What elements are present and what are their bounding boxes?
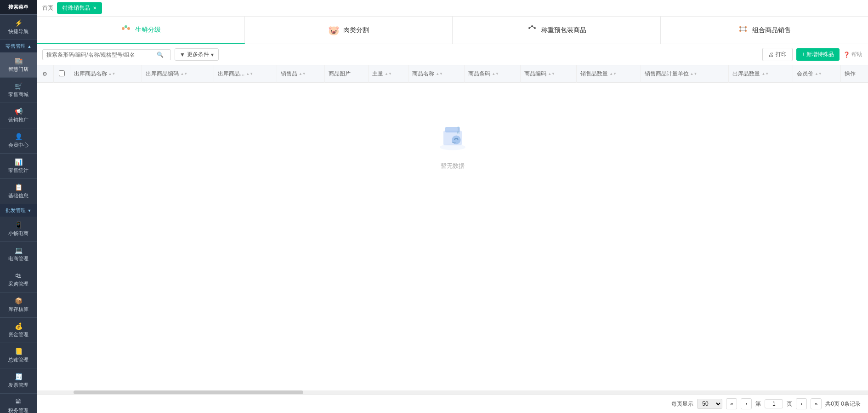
weight-prepack-label: 称重预包装商品 bbox=[541, 26, 586, 34]
table-container: ⚙ 出库商品名称 ▲▼ 出库商品编码 ▲▼ bbox=[37, 65, 868, 390]
combo-sales-icon bbox=[738, 23, 749, 37]
retail-stats-icon: 📊 bbox=[15, 158, 23, 166]
print-button[interactable]: 🖨 打印 bbox=[762, 48, 793, 61]
per-page-label: 每页显示 bbox=[671, 400, 693, 408]
th-product-code: 商品编码 ▲▼ bbox=[521, 65, 577, 83]
sidebar-item-marketing[interactable]: 📢 营销推广 bbox=[0, 103, 37, 128]
first-page-button[interactable]: « bbox=[726, 398, 737, 409]
sort-arrows-sale-qty[interactable]: ▲▼ bbox=[609, 72, 617, 76]
data-table: ⚙ 出库商品名称 ▲▼ 出库商品编码 ▲▼ bbox=[37, 65, 868, 207]
prev-page-button[interactable]: ‹ bbox=[741, 398, 752, 409]
inventory-icon: 📦 bbox=[15, 297, 23, 304]
add-button[interactable]: + 新增特殊品 bbox=[796, 48, 840, 61]
sidebar-item-smart-store[interactable]: 🏬 智慧门店 bbox=[0, 52, 37, 78]
retail-mgmt-arrow: ▲ bbox=[28, 44, 32, 49]
retail-mall-icon: 🛒 bbox=[15, 82, 23, 90]
sort-arrows-product-code[interactable]: ▲▼ bbox=[548, 72, 555, 76]
sort-arrows-main[interactable]: ▲▼ bbox=[385, 72, 392, 76]
search-icon[interactable]: 🔍 bbox=[157, 52, 164, 58]
search-input[interactable] bbox=[46, 52, 157, 58]
filter-button[interactable]: ▼ 更多条件 ▾ bbox=[175, 48, 219, 61]
sidebar-item-invoice[interactable]: 🧾 发票管理 bbox=[0, 368, 37, 394]
th-out-code: 出库商品编码 ▲▼ bbox=[142, 65, 214, 83]
tax-icon: 🏛 bbox=[15, 398, 22, 406]
select-all-checkbox[interactable] bbox=[59, 70, 65, 76]
sort-arrows-sale-item[interactable]: ▲▼ bbox=[299, 72, 306, 76]
print-icon: 🖨 bbox=[768, 52, 774, 58]
sidebar-item-retail-mall[interactable]: 🛒 零售商城 bbox=[0, 78, 37, 103]
toolbar-left: 🔍 ▼ 更多条件 ▾ bbox=[42, 48, 219, 61]
sort-arrows-product-name[interactable]: ▲▼ bbox=[436, 72, 443, 76]
toolbar-right: 🖨 打印 + 新增特殊品 ❓ 帮助 bbox=[762, 48, 862, 61]
sidebar-section-retail[interactable]: 零售管理 ▲ bbox=[0, 40, 37, 52]
svg-point-23 bbox=[457, 126, 459, 128]
weight-prepack-icon bbox=[527, 23, 538, 37]
sidebar-item-quick-nav[interactable]: ⚡ 快捷导航 bbox=[0, 15, 37, 40]
empty-state: 暂无数据 bbox=[37, 83, 868, 207]
sidebar-item-retail-stats[interactable]: 📊 零售统计 bbox=[0, 154, 37, 179]
scroll-thumb[interactable] bbox=[74, 390, 303, 394]
per-page-select[interactable]: 50 10 20 100 bbox=[697, 399, 722, 409]
th-out-name: 出库商品名称 ▲▼ bbox=[70, 65, 142, 83]
sort-arrows-out-qty[interactable]: ▲▼ bbox=[761, 72, 769, 76]
gear-icon: ⚙ bbox=[42, 71, 47, 77]
sort-arrows-sale-unit[interactable]: ▲▼ bbox=[690, 72, 698, 76]
sidebar-item-label: 零售商城 bbox=[8, 91, 28, 98]
last-page-button[interactable]: » bbox=[811, 398, 822, 409]
sidebar-item-label: 库存核算 bbox=[8, 306, 28, 313]
sidebar-item-purchase[interactable]: 🛍 采购管理 bbox=[0, 267, 37, 293]
ecommerce-icon: 💻 bbox=[15, 247, 23, 254]
sidebar-item-inventory[interactable]: 📦 库存核算 bbox=[0, 293, 37, 318]
topbar-home[interactable]: 首页 bbox=[42, 4, 53, 12]
wholesale-arrow: ▼ bbox=[28, 208, 32, 213]
sidebar-item-members[interactable]: 👤 会员中心 bbox=[0, 128, 37, 154]
topbar-active-tab[interactable]: 特殊销售品 ✕ bbox=[57, 2, 102, 14]
scroll-track[interactable] bbox=[37, 390, 868, 394]
sort-arrows-out-name[interactable]: ▲▼ bbox=[108, 72, 116, 76]
svg-point-7 bbox=[534, 27, 536, 29]
category-tab-combo-sales[interactable]: 组合商品销售 bbox=[661, 17, 868, 44]
category-tab-weight-prepack[interactable]: 称重预包装商品 bbox=[453, 17, 661, 44]
sidebar-item-label: 基础信息 bbox=[8, 192, 28, 199]
sidebar-logo[interactable]: 搜索菜单 bbox=[0, 0, 37, 15]
page-suffix: 页 bbox=[787, 400, 792, 408]
help-icon: ❓ bbox=[843, 52, 850, 58]
quick-nav-icon: ⚡ bbox=[15, 19, 23, 27]
topbar-tab-close[interactable]: ✕ bbox=[93, 6, 96, 11]
category-tab-meat-cut[interactable]: 🐷 肉类分割 bbox=[245, 17, 453, 44]
sort-arrows-barcode[interactable]: ▲▼ bbox=[492, 72, 499, 76]
th-barcode: 商品条码 ▲▼ bbox=[465, 65, 521, 83]
topbar: 首页 特殊销售品 ✕ bbox=[37, 0, 868, 17]
th-product-name: 商品名称 ▲▼ bbox=[408, 65, 465, 83]
pagination: 每页显示 50 10 20 100 « ‹ 第 页 › » 共0页 0条记录 bbox=[37, 394, 868, 413]
category-tabs: 生鲜分级 🐷 肉类分割 称重预包装商品 bbox=[37, 17, 868, 44]
sort-arrows-member-price[interactable]: ▲▼ bbox=[815, 72, 822, 76]
th-sale-item: 销售品 ▲▼ bbox=[277, 65, 325, 83]
sidebar-item-basic-info[interactable]: 📋 基础信息 bbox=[0, 179, 37, 204]
sidebar-item-general-ledger[interactable]: 📒 总账管理 bbox=[0, 343, 37, 368]
th-checkbox[interactable] bbox=[53, 65, 70, 83]
page-label: 第 bbox=[755, 400, 761, 408]
sort-arrows-out-code[interactable]: ▲▼ bbox=[180, 72, 187, 76]
smart-store-icon: 🏬 bbox=[15, 57, 23, 64]
sidebar-item-finance[interactable]: 💰 资金管理 bbox=[0, 318, 37, 343]
next-page-button[interactable]: › bbox=[796, 398, 807, 409]
mini-app-icon: 📱 bbox=[15, 221, 23, 229]
th-action: 操作 bbox=[841, 65, 868, 83]
main-content: 首页 特殊销售品 ✕ 生鲜分级 🐷 肉类分割 bbox=[37, 0, 868, 413]
page-input[interactable] bbox=[765, 399, 783, 408]
sidebar-item-tax[interactable]: 🏛 税务管理 bbox=[0, 394, 37, 413]
sort-arrows-out-spec[interactable]: ▲▼ bbox=[246, 72, 253, 76]
category-tab-fresh-grade[interactable]: 生鲜分级 bbox=[37, 17, 245, 44]
help-button[interactable]: ❓ 帮助 bbox=[843, 51, 862, 58]
sidebar-item-mini-app[interactable]: 📱 小畅电商 bbox=[0, 217, 37, 242]
filter-icon: ▼ bbox=[180, 52, 185, 58]
filter-label: 更多条件 bbox=[187, 51, 209, 58]
sidebar-section-wholesale[interactable]: 批发管理 ▼ bbox=[0, 204, 37, 217]
svg-point-20 bbox=[454, 138, 455, 139]
th-gear[interactable]: ⚙ bbox=[37, 65, 53, 83]
empty-icon bbox=[434, 120, 471, 156]
sidebar-item-ecommerce[interactable]: 💻 电商管理 bbox=[0, 242, 37, 267]
th-sale-unit: 销售商品计量单位 ▲▼ bbox=[641, 65, 729, 83]
sidebar-item-label: 营销推广 bbox=[8, 116, 28, 123]
